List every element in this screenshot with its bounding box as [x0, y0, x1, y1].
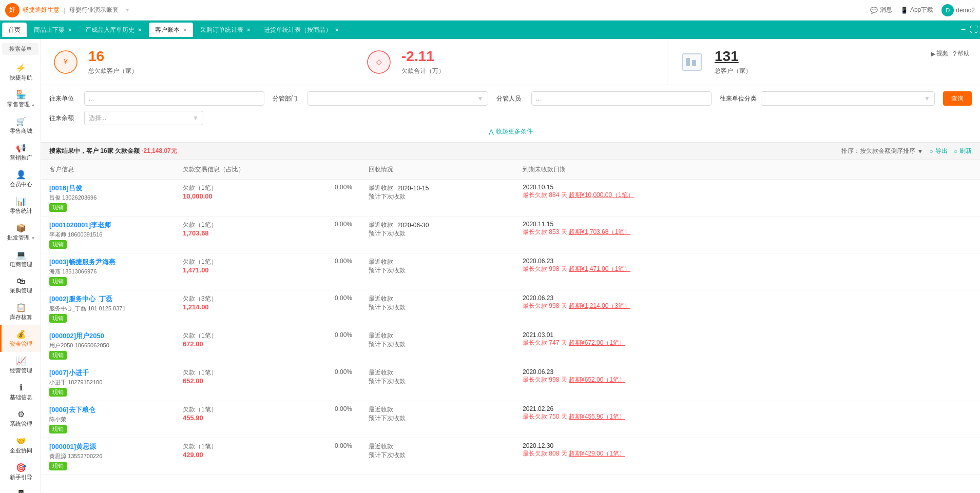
sidebar-search-area: 搜索菜单 — [0, 39, 41, 59]
tab-purchase[interactable]: 采购订单统计表 ✕ — [194, 23, 257, 37]
results-info: 搜索结果中，客户 16家 欠款金额 -21,148.07元 — [49, 147, 177, 155]
table-container: 客户信息 欠款交易信息（占比） 回收情况 到期未收款日期 [0016]吕俊 吕俊… — [41, 160, 980, 493]
recovery-row-5: 最近收款 — [369, 368, 506, 377]
recovery-cell-4: 最近收款 预计下次收款 — [360, 327, 514, 364]
overdue-link-4[interactable]: 超期¥672.00（1笔） — [569, 339, 625, 346]
balance-placeholder: 选择... — [89, 114, 106, 123]
tab-close-purchase[interactable]: ✕ — [246, 27, 251, 33]
customer-sub-4: 用户2050 18665062050 — [49, 342, 166, 349]
customer-name-2[interactable]: [0003]畅捷服务尹海燕 — [49, 258, 116, 266]
debt-percent-cell-4: 0.00% — [318, 327, 360, 364]
debt-amount-2[interactable]: 1,471.00 — [183, 266, 310, 274]
recovery-next-6: 预计下次收款 — [369, 414, 406, 423]
help-btn[interactable]: ? 帮助 — [953, 49, 970, 58]
overdue-link-2[interactable]: 超期¥1,471.00（1笔） — [569, 265, 630, 272]
table-row: [0016]吕俊 吕俊 13026203696 现销 欠款（1笔） 10,000… — [41, 180, 980, 216]
due-date-3: 2020.06.23 — [523, 294, 972, 302]
person-input[interactable]: ... — [531, 91, 712, 106]
recovery-label-6: 最近收款 — [369, 405, 393, 414]
export-btn[interactable]: ○ 导出 — [930, 147, 948, 155]
balance-select[interactable]: 选择... ▼ — [84, 111, 203, 125]
overdue-days-1: 最长欠款 853 天 — [523, 228, 569, 235]
sidebar-item-marketing[interactable]: 📢 营销推广 — [0, 139, 41, 166]
export-icon: ○ — [930, 148, 933, 155]
sidebar-item-retail-mgmt[interactable]: 🏪 零售管理 ▲ — [0, 86, 41, 112]
sidebar-item-quick-nav[interactable]: ⚡ 快捷导航 — [0, 59, 41, 86]
overdue-link-7[interactable]: 超期¥429.00（1笔） — [569, 450, 625, 457]
sidebar-item-retail-mall[interactable]: 🛒 零售商城 — [0, 112, 41, 139]
customer-name-3[interactable]: [0002]服务中心_丁磊 — [49, 295, 112, 303]
dept-label: 分管部门 — [273, 94, 303, 103]
sidebar-item-app-center[interactable]: 📱 应用中心 — [0, 485, 41, 493]
sidebar-item-inventory[interactable]: 📋 库存核算 — [0, 299, 41, 325]
tab-produce[interactable]: 产成品入库单历史 ✕ — [79, 23, 148, 37]
customer-name-1[interactable]: [0001020001]李老师 — [49, 221, 111, 229]
recovery-row-6: 最近收款 — [369, 405, 506, 414]
chevron-down-icon: ▲ — [31, 103, 35, 107]
overdue-link-3[interactable]: 超期¥1,214.00（3笔） — [569, 302, 630, 309]
refresh-btn[interactable]: ○ 刷新 — [954, 147, 972, 155]
customer-name-0[interactable]: [0016]吕俊 — [49, 184, 82, 192]
sidebar-item-biz-mgmt[interactable]: 📈 经营管理 — [0, 352, 41, 379]
sidebar-item-sys-mgmt[interactable]: ⚙ 系统管理 — [0, 405, 41, 432]
debt-amount-1[interactable]: 1,703.68 — [183, 229, 310, 237]
sidebar-item-ecom[interactable]: 💻 电商管理 — [0, 246, 41, 272]
message-btn[interactable]: 💬 消息 — [870, 6, 892, 14]
overdue-link-0[interactable]: 超期¥10,000.00（1笔） — [569, 191, 634, 199]
customer-sub-7: 黄思源 13552700226 — [49, 452, 166, 460]
card-actions: ▶ 视频 ? 帮助 — [931, 49, 970, 58]
overdue-link-1[interactable]: 超期¥1,703.68（1笔） — [569, 228, 630, 235]
recovery-next-5: 预计下次收款 — [369, 377, 406, 386]
sidebar-item-batch-mgmt[interactable]: 📦 批发管理 ▼ — [0, 219, 41, 246]
tab-close-goods[interactable]: ✕ — [68, 27, 72, 33]
overdue-link-5[interactable]: 超期¥652.00（1笔） — [569, 376, 625, 383]
vendor-input[interactable]: ... — [84, 91, 264, 106]
tab-close-account[interactable]: ✕ — [183, 27, 187, 33]
sidebar-item-enterprise[interactable]: 🤝 企业协同 — [0, 432, 41, 459]
customer-name-5[interactable]: [0007]小进千 — [49, 369, 89, 377]
tab-expand-btn[interactable]: ⛶ — [970, 25, 978, 34]
overdue-link-6[interactable]: 超期¥455.90（1笔） — [569, 413, 625, 420]
tab-minimize-btn[interactable]: − — [961, 25, 966, 34]
sidebar-item-newbie[interactable]: 🎯 新手引导 — [0, 459, 41, 485]
customer-cell-1: [0001020001]李老师 李老师 18600391516 现销 — [41, 216, 175, 253]
user-avatar[interactable]: D demo2 — [941, 4, 975, 16]
debt-amount-6[interactable]: 455.90 — [183, 414, 310, 422]
customer-name-7[interactable]: [000001]黄思源 — [49, 443, 96, 450]
debt-amount-7[interactable]: 429.00 — [183, 451, 310, 459]
sidebar-item-finance[interactable]: 💰 资金管理 — [0, 325, 41, 352]
debt-amount-0[interactable]: 10,000.00 — [183, 192, 310, 200]
customer-cell-5: [0007]小进千 小进千 18279152100 现销 — [41, 364, 175, 401]
tab-goods[interactable]: 商品上下架 ✕ — [28, 23, 78, 37]
sidebar-item-purchase[interactable]: 🛍 采购管理 — [0, 272, 41, 299]
tab-account[interactable]: 客户账本 ✕ — [149, 23, 193, 37]
collapse-btn[interactable]: ⋀ 收起更多条件 — [49, 127, 972, 136]
dept-select[interactable]: ▼ — [308, 91, 488, 106]
sidebar-item-member[interactable]: 👤 会员中心 — [0, 166, 41, 192]
category-select[interactable]: ▼ — [761, 91, 935, 106]
debt-amount-5[interactable]: 652.00 — [183, 377, 310, 385]
sidebar-item-retail-stat[interactable]: 📊 零售统计 — [0, 192, 41, 219]
col-debt-info: 欠款交易信息（占比） — [175, 160, 318, 180]
sidebar-item-basic-info[interactable]: ℹ 基础信息 — [0, 379, 41, 405]
app-download-btn[interactable]: 📱 App下载 — [900, 6, 933, 14]
chevron-up-icon: ⋀ — [489, 128, 494, 135]
help-icon: ? — [953, 50, 956, 57]
video-btn[interactable]: ▶ 视频 — [931, 49, 949, 58]
debt-amount-3[interactable]: 1,214.00 — [183, 303, 310, 311]
tab-close-produce[interactable]: ✕ — [138, 27, 142, 33]
customer-name-6[interactable]: [0006]去下粮仓 — [49, 406, 95, 413]
debt-amount-4[interactable]: 672.00 — [183, 340, 310, 348]
tab-stock[interactable]: 进货单统计表（按商品） ✕ — [258, 23, 345, 37]
recovery-date-1: 2020-06-30 — [397, 222, 429, 229]
customer-sub-6: 陈小荣 — [49, 416, 166, 423]
due-date-cell-1: 2020.11.15 最长欠款 853 天 超期¥1,703.68（1笔） — [514, 216, 980, 253]
tab-home[interactable]: 首页 — [2, 23, 27, 37]
app-center-icon: 📱 — [4, 489, 39, 493]
sidebar-search-btn[interactable]: 搜索菜单 — [2, 43, 39, 55]
search-button[interactable]: 查询 — [943, 91, 972, 106]
sort-select[interactable]: 排序：按欠款金额倒序排序 ▼ — [841, 147, 924, 155]
avatar: D — [941, 4, 954, 16]
tab-close-stock[interactable]: ✕ — [335, 27, 339, 33]
customer-name-4[interactable]: [000002]用户2050 — [49, 332, 104, 340]
